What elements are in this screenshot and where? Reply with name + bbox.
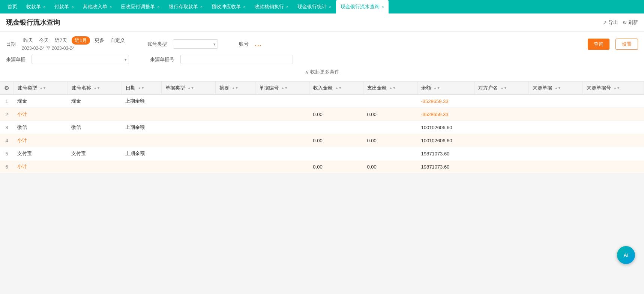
nav-bank-deposit[interactable]: 银行存取款单 × (164, 0, 207, 13)
table-row[interactable]: 2 小计 0.00 0.00 -3528659.33 (0, 108, 644, 121)
cell-doc-no (255, 160, 309, 173)
cell-date: 上期余额 (122, 147, 161, 160)
export-button[interactable]: ↗ 导出 (603, 19, 618, 26)
refresh-button[interactable]: ↻ 刷新 (623, 19, 638, 26)
date-range-display: 2023-02-24 至 2023-03-24 (22, 45, 126, 52)
cell-account-type: 现金 (14, 95, 68, 108)
nav-receipt-close[interactable]: × (43, 4, 45, 9)
nav-payment[interactable]: 付款单 × (50, 0, 78, 13)
filter-row-2: 来源单据 来源单据号 (6, 55, 638, 64)
cell-income: 0.00 (309, 108, 363, 121)
cell-expense (363, 147, 417, 160)
nav-cash-flow[interactable]: 现金银行流水查询 × (336, 0, 389, 13)
header-actions: ↗ 导出 ↻ 刷新 (603, 19, 638, 26)
table-row[interactable]: 5 支付宝 支付宝 上期余额 19871073.60 (0, 147, 644, 160)
cell-summary (216, 121, 255, 134)
account-dots-button[interactable]: ... (255, 41, 262, 48)
cell-account-type: 微信 (14, 121, 68, 134)
table-row[interactable]: 1 现金 现金 上期余额 -3528659.33 (0, 95, 644, 108)
cell-account-name (68, 160, 122, 173)
nav-adjustment-close[interactable]: × (157, 4, 159, 9)
date-yesterday[interactable]: 昨天 (22, 36, 35, 45)
table-row[interactable]: 6 小计 0.00 0.00 19871073.60 (0, 160, 644, 173)
table-row[interactable]: 4 小计 0.00 0.00 100102606.60 (0, 134, 644, 147)
nav-collection-close[interactable]: × (286, 4, 288, 9)
cell-balance: 100102606.60 (417, 121, 474, 134)
cell-doc-no (255, 147, 309, 160)
cell-date: 上期余额 (122, 95, 161, 108)
col-counterpart[interactable]: 对方户名 ▲▼ (474, 82, 528, 95)
nav-cash-flow-close[interactable]: × (382, 4, 384, 9)
col-expense[interactable]: 支出金额 ▲▼ (363, 82, 417, 95)
col-doc-no[interactable]: 单据编号 ▲▼ (255, 82, 309, 95)
date-7days[interactable]: 近7天 (53, 36, 69, 45)
nav-payment-close[interactable]: × (71, 4, 74, 9)
sort-account-type: ▲▼ (39, 87, 46, 90)
cell-source-doc-no (582, 95, 644, 108)
cell-date (122, 108, 161, 121)
nav-advance[interactable]: 预收冲应收单 × (207, 0, 250, 13)
cell-expense: 0.00 (363, 108, 417, 121)
nav-other-income[interactable]: 其他收入单 × (78, 0, 116, 13)
cell-source-doc (528, 95, 582, 108)
cell-doc-no (255, 134, 309, 147)
nav-cash-stat-close[interactable]: × (329, 4, 331, 9)
col-balance[interactable]: 余额 ▲▼ (417, 82, 474, 95)
date-custom[interactable]: 自定义 (109, 36, 126, 45)
table-row[interactable]: 3 微信 微信 上期余额 100102606.60 (0, 121, 644, 134)
nav-bank-deposit-close[interactable]: × (200, 4, 203, 9)
gear-icon[interactable]: ⚙ (4, 85, 9, 91)
date-more[interactable]: 更多 (93, 36, 106, 45)
col-account-type[interactable]: 账号类型 ▲▼ (14, 82, 68, 95)
cell-income (309, 121, 363, 134)
cell-counterpart (474, 95, 528, 108)
col-source-doc[interactable]: 来源单据 ▲▼ (528, 82, 582, 95)
cell-account-name (68, 134, 122, 147)
cell-expense (363, 121, 417, 134)
cell-counterpart (474, 160, 528, 173)
source-doc-no-label: 来源单据号 (150, 56, 174, 63)
cell-source-doc-no (582, 134, 644, 147)
table-container: ⚙ 账号类型 ▲▼ 账号名称 ▲▼ 日期 ▲▼ 单据类型 ▲▼ (0, 82, 644, 173)
cell-summary (216, 147, 255, 160)
date-today[interactable]: 今天 (38, 36, 50, 45)
source-doc-no-input[interactable] (180, 55, 293, 64)
cell-doc-no (255, 108, 309, 121)
sort-date: ▲▼ (138, 87, 144, 90)
date-1month[interactable]: 近1月 (72, 36, 90, 45)
cell-account-name: 支付宝 (68, 147, 122, 160)
nav-advance-close[interactable]: × (243, 4, 245, 9)
sort-source-doc: ▲▼ (554, 87, 561, 90)
date-label: 日期 (6, 41, 16, 48)
nav-collection[interactable]: 收款核销执行 × (250, 0, 293, 13)
source-doc-select[interactable] (32, 55, 129, 64)
cell-source-doc-no (582, 108, 644, 121)
col-account-name[interactable]: 账号名称 ▲▼ (68, 82, 122, 95)
cell-doc-type (162, 147, 216, 160)
cell-doc-type (162, 134, 216, 147)
col-doc-type[interactable]: 单据类型 ▲▼ (162, 82, 216, 95)
nav-adjustment[interactable]: 应收应付调整单 × (116, 0, 164, 13)
cell-expense: 0.00 (363, 134, 417, 147)
query-button[interactable]: 查询 (588, 39, 609, 50)
col-income[interactable]: 收入金额 ▲▼ (309, 82, 363, 95)
account-type-select[interactable] (173, 39, 218, 49)
nav-home[interactable]: 首页 (3, 0, 22, 13)
cell-income: 0.00 (309, 134, 363, 147)
nav-other-income-close[interactable]: × (110, 4, 112, 9)
cell-income (309, 147, 363, 160)
collapse-bar[interactable]: ∧ 收起更多条件 (6, 67, 638, 77)
settings-button[interactable]: 设置 (615, 39, 638, 50)
nav-cash-stat[interactable]: 现金银行统计 × (293, 0, 336, 13)
col-date[interactable]: 日期 ▲▼ (122, 82, 161, 95)
nav-receipt[interactable]: 收款单 × (22, 0, 50, 13)
sort-expense: ▲▼ (389, 87, 396, 90)
chevron-up-icon: ∧ (305, 69, 309, 75)
top-navigation: 首页 收款单 × 付款单 × 其他收入单 × 应收应付调整单 × 银行存取款单 … (0, 0, 644, 13)
cell-balance: 100102606.60 (417, 134, 474, 147)
col-gear[interactable]: ⚙ (0, 82, 14, 95)
source-doc-label: 来源单据 (6, 56, 26, 63)
col-summary[interactable]: 摘要 ▲▼ (216, 82, 255, 95)
cell-no: 1 (0, 95, 14, 108)
col-source-doc-no[interactable]: 来源单据号 ▲▼ (582, 82, 644, 95)
